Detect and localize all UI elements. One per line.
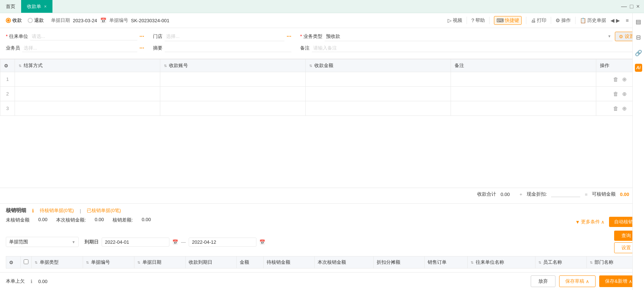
row-2-account-input[interactable] [160,87,305,101]
radio-receive[interactable]: 收款 [6,17,22,24]
counterpart-sort-icon[interactable]: ⇅ [471,260,474,264]
dept-sort-icon[interactable]: ⇅ [590,260,593,264]
action-print[interactable]: 🖨 打印 [531,17,546,24]
employee-sort-icon[interactable]: ⇅ [538,260,541,264]
action-shortcut[interactable]: ⌨ 快捷键 [494,16,522,25]
row-1-amount-input[interactable] [306,72,451,86]
due-date-start-input[interactable] [102,238,169,247]
bottom-col-employee-header: ⇅ 员工名称 [535,256,586,269]
business-type-select[interactable]: 预收款 ▼ [325,32,613,41]
save-draft-button[interactable]: 保存草稿 ∧ [559,275,596,287]
row-1-copy-icon[interactable]: ⊕ [621,76,628,82]
row-2-copy-icon[interactable]: ⊕ [621,91,628,97]
doc-range-select[interactable]: 单据范围 ▼ [6,237,79,247]
col-due-date-label: 收款到期日 [189,259,212,265]
pending-tab[interactable]: 待核销单据(0笔) [40,207,74,214]
row-1-amount[interactable] [306,72,451,87]
toolbar-actions: ▷ 视频 ? 帮助 ⌨ 快捷键 🖨 打印 ⚙ 操作 [448,16,638,25]
bottom-col-settings-header[interactable]: ⚙ [6,256,21,269]
abstract-input[interactable] [165,44,291,52]
amount-sort-icon[interactable]: ⇅ [309,64,312,68]
salesperson-more-icon[interactable]: ··· [140,45,144,51]
row-1-payment[interactable] [15,72,160,87]
doc-no-sort-icon[interactable]: ⇅ [86,260,89,264]
row-3-amount[interactable] [306,101,451,116]
select-all-checkbox[interactable] [24,259,28,264]
col-settings-header[interactable]: ⚙ [0,59,15,72]
window-close-icon[interactable]: × [636,3,640,10]
tab-receipt[interactable]: 收款单 × [21,0,52,13]
counterpart-input[interactable] [30,32,137,40]
doc-date-sort-icon[interactable]: ⇅ [137,260,140,264]
row-1-account-input[interactable] [160,72,305,86]
row-1-payment-input[interactable] [15,72,160,86]
sidebar-link-icon[interactable]: 🔗 [633,48,644,58]
discount-input[interactable] [551,191,580,197]
form-row-1: 往来单位 ··· 门店 选择... ··· 业务类型 预收款 ▼ ⚙ 设 [6,32,638,41]
doc-type-sort-icon[interactable]: ⇅ [35,260,38,264]
row-3-note[interactable] [451,101,596,116]
row-1-delete-icon[interactable]: 🗑 [612,76,620,82]
sidebar-ai-icon[interactable]: Ai [635,64,642,72]
row-3-amount-input[interactable] [306,101,451,115]
salesperson-input[interactable] [22,44,137,52]
action-help[interactable]: ? 帮助 [471,17,485,24]
row-1-note-input[interactable] [451,72,596,86]
row-2-payment-input[interactable] [15,87,160,101]
payment-sort-icon[interactable]: ⇅ [19,64,21,68]
view-list-icon[interactable]: ≡ [624,17,630,24]
row-3-note-input[interactable] [451,101,596,115]
table-header-row: ⚙ ⇅ 结算方式 ⇅ 收款账号 ⇅ 收款金额 备注 [0,59,644,72]
more-conditions-label: 更多条件 [581,219,600,225]
form-area: 往来单位 ··· 门店 选择... ··· 业务类型 预收款 ▼ ⚙ 设 [0,28,644,59]
row-3-payment[interactable] [15,101,160,116]
store-more-icon[interactable]: ··· [287,33,291,40]
nav-next-icon[interactable]: ▶ [616,17,620,23]
row-3-payment-input[interactable] [15,101,160,115]
done-tab[interactable]: 已核销单据(0笔) [87,207,121,214]
row-2-amount-input[interactable] [306,87,451,101]
row-3-copy-icon[interactable]: ⊕ [621,105,628,111]
row-2-payment[interactable] [15,87,160,101]
row-1-note[interactable] [451,72,596,87]
tab-home-label: 首页 [6,3,15,10]
row-3-delete-icon[interactable]: 🗑 [612,105,620,111]
bottom-col-current-header: 本次核销金额 [314,256,373,269]
start-calendar-icon[interactable]: 📅 [172,239,178,245]
col-amount-label: 收款金额 [314,63,333,68]
row-2-note[interactable] [451,87,596,101]
row-2-account[interactable] [160,87,306,101]
row-1-account[interactable] [160,72,306,87]
account-sort-icon[interactable]: ⇅ [164,64,167,68]
action-operation[interactable]: ⚙ 操作 [555,17,571,24]
footer-info-icon[interactable]: ℹ [31,279,32,284]
window-maximize-icon[interactable]: □ [630,3,633,10]
row-2-delete-icon[interactable]: 🗑 [612,91,620,97]
abandon-button[interactable]: 放弃 [531,275,555,287]
bottom-table: ⚙ ⇅ 单据类型 ⇅ 单据编号 ⇅ 单据日期 [6,256,638,269]
doc-info: 单据日期 2023-03-24 📅 单据编号 SK-20230324-001 [51,17,169,24]
action-history[interactable]: 📋 历史单据 [580,17,606,24]
verify-info-icon[interactable]: ℹ [32,208,34,213]
more-conditions-btn[interactable]: ▼ 更多条件 ∧ [575,219,605,225]
row-2-amount[interactable] [306,87,451,101]
action-video[interactable]: ▷ 视频 [448,17,462,24]
main-content: 收款 退款 单据日期 2023-03-24 📅 单据编号 SK-20230324… [0,13,644,290]
end-calendar-icon[interactable]: 📅 [259,239,265,245]
tab-close-icon[interactable]: × [44,4,47,9]
sidebar-doc-icon[interactable]: ⊟ [635,32,642,42]
row-3-account-input[interactable] [160,101,305,115]
doc-date-calendar-icon[interactable]: 📅 [100,17,106,23]
radio-refund[interactable]: 退款 [28,17,44,24]
note-input[interactable] [312,44,638,52]
due-date-end-input[interactable] [189,238,256,247]
window-minimize-icon[interactable]: — [621,3,627,10]
col-dept-label: 部门名称 [594,259,613,265]
store-select[interactable]: 选择... [165,32,284,41]
nav-prev-icon[interactable]: ◀ [610,17,614,23]
row-2-note-input[interactable] [451,87,596,101]
row-3-account[interactable] [160,101,306,116]
sidebar-table-icon[interactable]: ▤ [634,17,643,27]
tab-home[interactable]: 首页 [0,0,21,13]
counterpart-more-icon[interactable]: ··· [140,33,144,40]
